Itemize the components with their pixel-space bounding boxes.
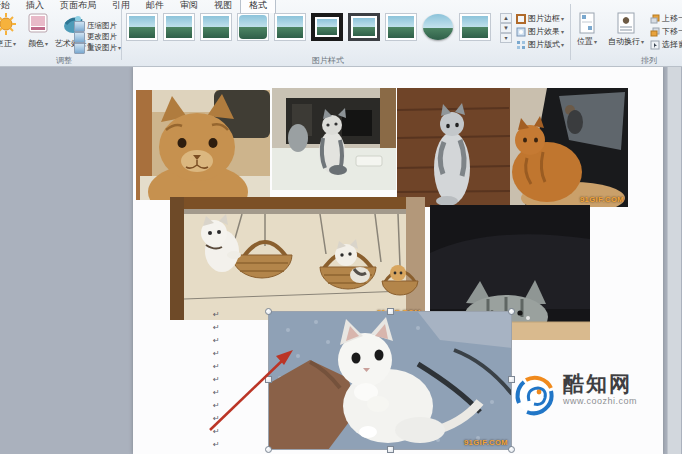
gallery-more-icon[interactable]: ▾: [500, 33, 512, 43]
coozhi-logo-icon: [511, 372, 557, 418]
change-picture-label: 更改图片: [87, 32, 117, 42]
wrap-text-icon: [616, 12, 636, 34]
picture-style-thumb[interactable]: [459, 13, 491, 41]
position-label: 位置: [577, 36, 597, 47]
picture-effects-button[interactable]: 图片效果: [516, 26, 564, 37]
picture-border-icon: [516, 14, 526, 24]
bring-forward-button[interactable]: 上移一层: [650, 13, 682, 24]
picture-border-label: 图片边框: [528, 13, 564, 24]
word-window: 开始插入页面布局引用邮件审阅视图格式 更正 颜色: [0, 0, 682, 454]
picture-effects-label: 图片效果: [528, 26, 564, 37]
picture-border-button[interactable]: 图片边框: [516, 13, 564, 24]
picture-style-thumb[interactable]: [126, 13, 158, 41]
tab-格式[interactable]: 格式: [240, 0, 276, 13]
picture-style-thumb[interactable]: [385, 13, 417, 41]
picture-style-thumb[interactable]: [348, 13, 380, 41]
gallery-down-icon[interactable]: ▼: [500, 23, 512, 33]
picture-style-thumb[interactable]: [163, 13, 195, 41]
gallery-up-icon[interactable]: ▲: [500, 13, 512, 23]
picture-effects-icon: [516, 27, 526, 37]
picture-styles-group-label: 图片样式: [312, 55, 344, 66]
site-watermark: 酷知网 www.coozhi.com: [511, 372, 676, 430]
ribbon: 开始插入页面布局引用邮件审阅视图格式 更正 颜色: [0, 0, 682, 67]
tab-审阅[interactable]: 审阅: [172, 0, 206, 13]
selection-pane-icon: [650, 40, 660, 50]
site-url: www.coozhi.com: [563, 396, 637, 406]
corrections-label: 更正: [0, 38, 16, 49]
picture-style-thumb[interactable]: [200, 13, 232, 41]
paragraph-mark-icon: ↵: [213, 311, 220, 319]
change-picture-button[interactable]: 更改图片: [74, 32, 117, 42]
image-car-cats[interactable]: 91GIF.COM: [397, 88, 628, 207]
wrap-text-label: 自动换行: [608, 36, 644, 47]
site-name: 酷知网: [563, 372, 637, 396]
send-backward-label: 下移一层: [662, 26, 682, 37]
arrange-group-label: 排列: [641, 55, 657, 66]
picture-style-thumb[interactable]: [274, 13, 306, 41]
image-standing-kitten[interactable]: [272, 88, 396, 190]
image-brown-kitten[interactable]: [136, 90, 270, 200]
adjust-group-label: 调整: [56, 55, 72, 66]
picture-layout-label: 图片版式: [528, 39, 564, 50]
image-white-kitten-selected[interactable]: 91GIF.COM: [268, 312, 512, 450]
selection-pane-button[interactable]: 选择窗格: [650, 39, 682, 50]
compress-picture-label: 压缩图片: [87, 21, 117, 31]
picture-styles-gallery: [126, 13, 491, 41]
red-annotation-arrow: [198, 342, 302, 438]
reset-picture-icon: [74, 43, 85, 54]
image-basket-cats[interactable]: 91GIF.COM: [170, 197, 425, 320]
position-button[interactable]: 位置: [572, 12, 602, 47]
picture-style-thumb[interactable]: [237, 13, 269, 41]
picture-layout-button[interactable]: 图片版式: [516, 39, 564, 50]
reset-picture-button[interactable]: 重设图片: [74, 43, 121, 53]
gallery-scroll: ▲ ▼ ▾: [500, 13, 512, 43]
paragraph-mark-icon: ↵: [213, 441, 220, 449]
group-divider: [121, 4, 122, 60]
color-label: 颜色: [28, 38, 48, 49]
tab-邮件[interactable]: 邮件: [138, 0, 172, 13]
selection-pane-label: 选择窗格: [662, 39, 682, 50]
group-divider: [570, 4, 571, 60]
gif-watermark: 91GIF.COM: [580, 195, 624, 204]
gif-watermark: 91GIF.COM: [464, 438, 508, 447]
reset-picture-label: 重设图片: [87, 43, 121, 53]
position-icon: [577, 12, 597, 34]
picture-style-thumb[interactable]: [311, 13, 343, 41]
picture-style-thumb[interactable]: [422, 13, 454, 41]
send-backward-button[interactable]: 下移一层: [650, 26, 682, 37]
bring-forward-icon: [650, 14, 660, 24]
send-backward-icon: [650, 27, 660, 37]
corrections-sun-icon: [0, 12, 17, 36]
wrap-text-button[interactable]: 自动换行: [604, 12, 648, 47]
paragraph-mark-icon: ↵: [213, 324, 220, 332]
change-picture-icon: [74, 32, 85, 43]
bring-forward-label: 上移一层: [662, 13, 682, 24]
compress-picture-button[interactable]: 压缩图片: [74, 21, 117, 31]
color-icon: [27, 12, 49, 36]
compress-picture-icon: [74, 21, 85, 32]
tab-视图[interactable]: 视图: [206, 0, 240, 13]
picture-layout-icon: [516, 40, 526, 50]
